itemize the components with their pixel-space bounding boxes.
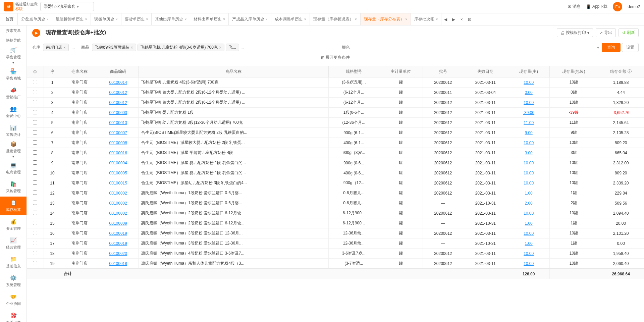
refresh-btn[interactable]: ↺ 刷新: [619, 28, 639, 37]
sidebar-item-retail-stats[interactable]: 📊 零售统计: [0, 121, 26, 140]
sidebar-item-guide[interactable]: 🎯 新手引导: [0, 309, 26, 322]
row-code[interactable]: 00100019: [98, 228, 138, 238]
row-stock-main[interactable]: 10.00: [508, 228, 549, 238]
tab-close-icon[interactable]: ×: [355, 17, 357, 21]
avatar[interactable]: Ea: [613, 2, 622, 11]
tab-close-icon[interactable]: ×: [146, 17, 148, 21]
tab-close-icon[interactable]: ×: [85, 17, 87, 21]
col-setting-header[interactable]: ⚙: [27, 66, 44, 77]
tab-inventory-dist[interactable]: 现存量（库存分布表） ×: [361, 13, 411, 25]
row-stock-main[interactable]: 1.00: [508, 188, 549, 198]
row-checkbox[interactable]: [27, 259, 44, 269]
row-stock-main[interactable]: 0.00: [508, 88, 549, 98]
expand-conditions-btn[interactable]: ⊞ 展开更多条件: [321, 53, 350, 62]
sidebar-item-wholesale[interactable]: 📦 批发管理 ▼: [0, 140, 26, 159]
row-checkbox[interactable]: [27, 208, 44, 218]
sidebar-item-purchase[interactable]: 🛍️ 采购管理: [0, 178, 26, 197]
row-stock-main[interactable]: 10.00: [508, 138, 549, 148]
tab-close-all-btn[interactable]: ×: [458, 15, 466, 23]
row-stock-main[interactable]: 10.00: [508, 98, 549, 108]
row-code[interactable]: 00100018: [98, 259, 138, 269]
tab-picking[interactable]: 调拨单历史 ×: [91, 13, 121, 25]
row-stock-main[interactable]: 1.00: [508, 238, 549, 249]
sidebar-item-member[interactable]: 👥 会员中心: [0, 103, 26, 121]
row-checkbox[interactable]: [27, 228, 44, 238]
tab-close-icon[interactable]: ×: [47, 17, 49, 21]
row-stock-main[interactable]: -39.00: [508, 108, 549, 118]
product-tag-2[interactable]: 飞...: [226, 44, 239, 51]
row-stock-main[interactable]: 10.00: [508, 77, 549, 88]
app-download-btn[interactable]: 📱 App下载: [586, 4, 607, 9]
row-stock-main[interactable]: 10.00: [508, 208, 549, 218]
product-tag-1-remove[interactable]: ×: [219, 45, 221, 50]
sidebar-item-basic[interactable]: 📁 基础信息: [0, 253, 26, 272]
sidebar-item-operations[interactable]: 📈 经营管理: [0, 234, 26, 253]
row-stock-main[interactable]: 3.00: [508, 148, 549, 158]
row-code[interactable]: 00100014: [98, 77, 138, 88]
sidebar-item-inventory[interactable]: 📋 库存核算: [0, 197, 26, 215]
sidebar-item-finance[interactable]: 💰 资金管理: [0, 215, 26, 234]
query-btn[interactable]: 查询: [602, 43, 621, 52]
tab-close-icon[interactable]: ×: [184, 17, 186, 21]
tab-batch-account[interactable]: 库存批次账 ×: [411, 13, 441, 25]
row-code[interactable]: 00100005: [98, 168, 138, 178]
table-setting-icon[interactable]: ⚙: [33, 69, 37, 74]
org-selector[interactable]: 母婴行业演示账套 ▾: [40, 2, 94, 11]
row-checkbox[interactable]: [27, 188, 44, 198]
row-checkbox[interactable]: [27, 128, 44, 138]
row-stock-main[interactable]: 9.00: [508, 128, 549, 138]
warehouse-filter-tag[interactable]: 南岸门店 ×: [43, 44, 69, 51]
row-checkbox[interactable]: [27, 238, 44, 249]
row-code[interactable]: 00100012: [98, 98, 138, 108]
row-code[interactable]: 00100002: [98, 198, 138, 208]
tab-cost-adjust[interactable]: 成本调整单历史 ×: [271, 13, 310, 25]
tab-home[interactable]: 首页: [1, 13, 18, 25]
row-checkbox[interactable]: [27, 108, 44, 118]
export-btn[interactable]: ↗ 导出: [596, 28, 616, 37]
warehouse-tag-remove[interactable]: ×: [63, 45, 66, 50]
row-checkbox[interactable]: [27, 168, 44, 178]
tab-close-icon[interactable]: ×: [436, 17, 438, 21]
color-dropdown-icon[interactable]: ▾: [597, 45, 599, 50]
row-stock-main[interactable]: 10.00: [508, 168, 549, 178]
row-code[interactable]: 00100004: [98, 158, 138, 168]
row-checkbox[interactable]: [27, 138, 44, 148]
row-stock-main[interactable]: 10.00: [508, 249, 549, 259]
tab-split-stocktake[interactable]: 分盘点单历史 ×: [18, 13, 52, 25]
tab-close-icon[interactable]: ×: [406, 17, 408, 21]
row-code[interactable]: 00100020: [98, 249, 138, 259]
tab-other-out[interactable]: 其他出库单历史 ×: [152, 13, 190, 25]
tab-prev-btn[interactable]: ◀: [441, 15, 449, 23]
tab-menu-btn[interactable]: ⊡: [466, 15, 474, 23]
row-checkbox[interactable]: [27, 148, 44, 158]
row-stock-main[interactable]: 10.00: [508, 259, 549, 269]
sidebar-nav[interactable]: 快捷导航: [0, 36, 26, 45]
tab-product-in[interactable]: 产成品入库单历史 ×: [229, 13, 271, 25]
row-code[interactable]: 00100019: [98, 238, 138, 249]
tab-close-icon[interactable]: ×: [304, 17, 306, 21]
product-tag-0[interactable]: 飞鹤奶粉3段两罐装 ×: [92, 44, 136, 51]
row-stock-main[interactable]: 10.00: [508, 178, 549, 188]
row-code[interactable]: 00100012: [98, 88, 138, 98]
warehouse-more[interactable]: ...: [71, 45, 75, 50]
sidebar-item-retail-shop[interactable]: 🏪 零售商城: [0, 65, 26, 84]
row-checkbox[interactable]: [27, 88, 44, 98]
row-code[interactable]: 00100015: [98, 178, 138, 188]
product-tag-1[interactable]: 飞鹤星飞帆 儿童奶粉 4段(3-6岁适用) 700克 ×: [138, 44, 224, 51]
sidebar-item-ecommerce[interactable]: 💻 电商管理: [0, 159, 26, 178]
messages-btn[interactable]: ✉ 消息: [568, 4, 581, 9]
tab-next-btn[interactable]: ▶: [449, 15, 458, 23]
tab-inventory-status[interactable]: 现存量（库存状况表） ×: [310, 13, 361, 25]
row-checkbox[interactable]: [27, 118, 44, 128]
row-code[interactable]: 00100013: [98, 118, 138, 128]
setting-btn[interactable]: 设置: [622, 43, 639, 52]
sidebar-item-retail[interactable]: 🛒 零售管理 ▼: [0, 46, 26, 65]
row-checkbox[interactable]: [27, 218, 44, 228]
row-code[interactable]: 00100008: [98, 138, 138, 148]
row-code[interactable]: 00100007: [98, 128, 138, 138]
row-code[interactable]: 00100003: [98, 108, 138, 118]
sidebar-item-enterprise[interactable]: 🤝 企业协同: [0, 290, 26, 309]
sidebar-item-system[interactable]: ⚙️ 系统管理: [0, 272, 26, 290]
sidebar-item-marketing[interactable]: 📣 营销推广: [0, 84, 26, 103]
tab-close-icon[interactable]: ×: [223, 17, 225, 21]
